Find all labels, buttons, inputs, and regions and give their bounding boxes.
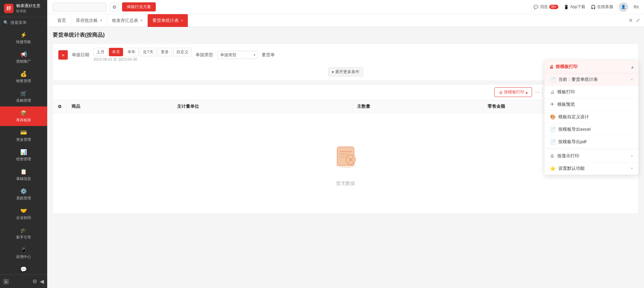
sidebar-item-wechat[interactable]: 💬 企业微信 (0, 263, 47, 275)
sidebar: 好 畅康通好生意 标准版 🔍 搜索菜单 ⚡ 快捷导航 📢 营销推广 💰 销售管理… (0, 0, 47, 288)
online-service-button[interactable]: 🎧 在线客服 (591, 4, 613, 10)
header-settings-button[interactable]: ⚙ (110, 3, 119, 11)
sidebar-settings-icon[interactable]: ⚙ (32, 278, 37, 285)
dropdown-item-template-preview[interactable]: 👁 模板预览 (545, 98, 638, 111)
template-print-dropdown: 🖨 按模板打印 ▴ 📄 当前：要货单统计表 ▾ 🖨 (544, 60, 639, 175)
sidebar-sound-icon[interactable]: ◀ (40, 278, 44, 285)
sidebar-item-sales[interactable]: 💰 销售管理 (0, 67, 47, 87)
sidebar-item-basic-info[interactable]: 📋 基础信息 (0, 165, 47, 185)
header-search-input[interactable] (53, 3, 107, 11)
tab-home[interactable]: 首页 (53, 14, 71, 27)
sidebar-bottom: ▲ ⚙ ◀ (0, 275, 47, 288)
tab-receipt-summary[interactable]: 收发存汇总表 × (107, 14, 148, 27)
sidebar-item-label: 基础信息 (16, 176, 31, 181)
sidebar-item-marketing[interactable]: 📢 营销推广 (0, 48, 47, 67)
set-default-arrow-icon: ▾ (631, 166, 633, 171)
system-icon: ⚙️ (20, 188, 27, 194)
template-print-item-label: 模板打印 (557, 89, 575, 95)
filter-expand-button[interactable]: » (58, 50, 68, 60)
sidebar-item-finance[interactable]: 💳 资金管理 (0, 126, 47, 146)
sidebar-item-label: 销售管理 (16, 78, 31, 84)
set-default-icon: ⭐ (550, 166, 556, 171)
dropdown-item-export-excel[interactable]: 📄 按模板导出excel (545, 123, 638, 136)
table-col-product: 商品 (67, 100, 172, 113)
page-title: 要货单统计表(按商品) (53, 32, 639, 39)
header-left: ⚙ 体验行业方案 (53, 2, 156, 11)
preview-icon: 👁 (550, 102, 555, 107)
table-col-quantity: 主数量 (352, 100, 483, 113)
display-print-label: 按显示打印 (557, 153, 579, 159)
template-print-button[interactable]: 🖨 按模板打印 ▴ (494, 87, 532, 97)
messages-label: 消息 (540, 4, 548, 10)
sidebar-item-inventory[interactable]: 📦 库存核算 (0, 106, 47, 126)
date-btn-this-year[interactable]: 本年 (124, 48, 139, 56)
tab-close-all-button[interactable]: ✕ (628, 17, 633, 24)
app-download-button[interactable]: 📱 App下载 (564, 4, 585, 10)
dropdown-item-export-excel-inner: 📄 按模板导出excel (550, 126, 590, 132)
display-print-icon: 🖥 (550, 153, 555, 159)
tab-requisition-stats[interactable]: 要货单统计表 × (148, 14, 188, 27)
sidebar-item-label: 库存核算 (16, 118, 31, 123)
order-type-select-wrapper: 单据类型 (217, 51, 258, 59)
date-btn-this-month[interactable]: 本月 (109, 48, 123, 56)
date-btn-custom[interactable]: 自定义 (173, 48, 192, 56)
date-btn-more[interactable]: 更多 (158, 48, 172, 56)
date-buttons: 上月 本月 本年 近7天 更多 自定义 (93, 48, 192, 56)
dropdown-close-button[interactable]: ▴ (631, 64, 634, 69)
page-content: 要货单统计表(按商品) » 单据日期 上月 本月 本年 近7天 更多 (47, 27, 644, 288)
sidebar-item-operations[interactable]: 📊 经营管理 (0, 146, 47, 165)
experience-button[interactable]: 体验行业方案 (122, 2, 156, 11)
date-btn-last-month[interactable]: 上月 (93, 48, 108, 56)
user-avatar[interactable]: 👤 (619, 2, 628, 12)
sidebar-item-newbie[interactable]: 🎓 新手引导 (0, 224, 47, 243)
yaohuo-label: 要货单 (262, 52, 275, 58)
sidebar-item-purchase[interactable]: 🛒 采购管理 (0, 87, 47, 106)
sidebar-search[interactable]: 🔍 搜索菜单 (0, 17, 47, 28)
sidebar-item-quick-nav[interactable]: ⚡ 快捷导航 (0, 28, 47, 48)
avatar-placeholder: 👤 (621, 5, 626, 9)
dropdown-item-export-pdf[interactable]: 📄 按模板导出pdf (545, 136, 638, 148)
header-right: 💬 消息 99+ 📱 App下载 🎧 在线客服 👤 Rit (533, 2, 639, 12)
expand-more-button[interactable]: ▾ 展开更多条件 (328, 67, 363, 76)
sidebar-item-system[interactable]: ⚙️ 系统管理 (0, 185, 47, 204)
tab-home-label: 首页 (57, 18, 66, 24)
sidebar-nav: ⚡ 快捷导航 📢 营销推广 💰 销售管理 🛒 采购管理 📦 库存核算 💳 资金管… (0, 28, 47, 275)
sidebar-search-label: 搜索菜单 (10, 20, 27, 26)
printer-icon: 🖨 (499, 90, 503, 95)
order-type-select[interactable]: 单据类型 (217, 51, 258, 59)
messages-button[interactable]: 💬 消息 99+ (533, 4, 558, 10)
current-template-label: 当前：要货单统计表 (558, 76, 598, 83)
sidebar-item-app-center[interactable]: 📱 应用中心 (0, 243, 47, 263)
tab-maximize-button[interactable]: ⤢ (636, 17, 640, 24)
sidebar-item-label: 应用中心 (16, 254, 31, 259)
dropdown-item-template-print-inner: 🖨 模板打印 (550, 89, 575, 95)
dropdown-title: 🖨 按模板打印 (549, 64, 578, 70)
tab-receipt-summary-close[interactable]: × (140, 18, 143, 23)
tab-inventory-batch-close[interactable]: × (100, 18, 102, 23)
current-template-item[interactable]: 📄 当前：要货单统计表 ▾ (545, 73, 638, 86)
app-download-label: App下载 (570, 4, 585, 10)
tab-inventory-batch[interactable]: 库存批次账 × (71, 14, 107, 27)
date-range-display: 2023-06-01 至 2023-06-30 (93, 57, 192, 62)
tab-requisition-stats-close[interactable]: × (181, 18, 183, 23)
operations-icon: 📊 (20, 149, 27, 155)
current-template-arrow-icon: ▾ (631, 77, 633, 82)
more-options-button[interactable]: ··· (535, 89, 540, 96)
sidebar-item-enterprise[interactable]: 🤝 企业协同 (0, 204, 47, 224)
user-name[interactable]: Rit (634, 5, 639, 9)
app-center-icon: 📱 (20, 247, 27, 253)
dropdown-item-template-print[interactable]: 🖨 模板打印 (545, 86, 638, 98)
expand-icon: » (62, 52, 64, 58)
dropdown-item-template-custom[interactable]: 🎨 模板自定义设计 (545, 111, 638, 123)
sidebar-item-label: 企业协同 (16, 215, 31, 220)
table-col-settings[interactable]: ⚙ (53, 100, 67, 113)
expand-more-label: 展开更多条件 (335, 69, 359, 75)
date-filter-label: 单据日期 (72, 52, 89, 58)
dropdown-item-set-default[interactable]: ⭐ 设置默认功能 ▾ (545, 162, 638, 175)
sidebar-item-label: 新手引导 (16, 235, 31, 240)
dropdown-item-display-print[interactable]: 🖥 按显示打印 ▾ (545, 150, 638, 162)
app-name: 畅康通好生意 (16, 3, 40, 9)
date-btn-7days[interactable]: 近7天 (140, 48, 156, 56)
order-type-label: 单据类型 (196, 52, 213, 58)
sidebar-scroll-up-button[interactable]: ▲ (3, 279, 9, 284)
